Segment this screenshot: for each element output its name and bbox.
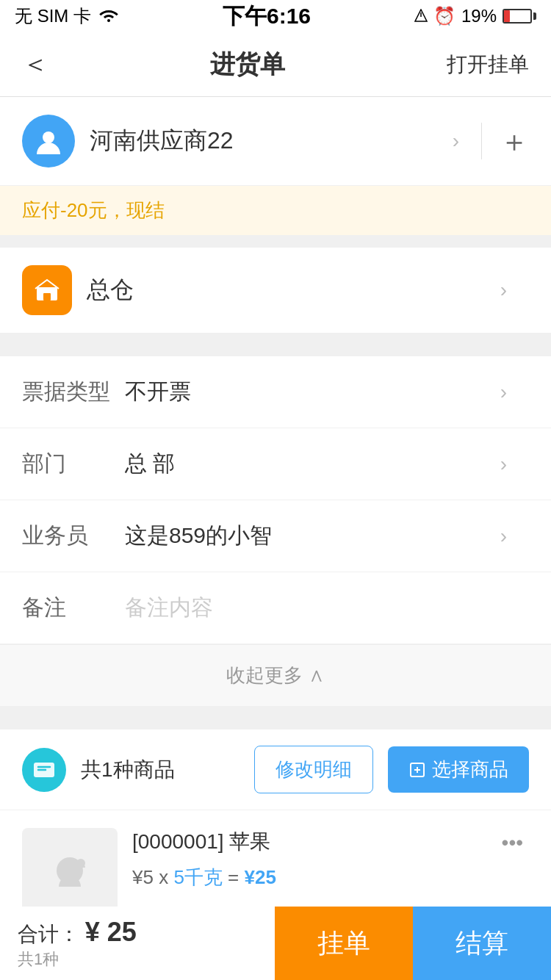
supplier-info-banner: 应付-20元，现结 [0,186,551,236]
product-unit-price: ¥5 [132,866,154,888]
total-label: 合计： [18,923,79,945]
salesperson-label: 业务员 [22,521,125,551]
suspend-button[interactable]: 挂单 [275,907,413,980]
invoice-chevron-icon: › [500,381,507,404]
total-row: 合计： ¥ 25 [18,917,257,948]
warehouse-chevron-icon: › [500,278,507,302]
collapse-bar[interactable]: 收起更多 ∧ [0,644,551,706]
total-amount: ¥ 25 [85,917,137,947]
collapse-label: 收起更多 ∧ [226,664,324,686]
salesperson-row[interactable]: 业务员 这是859的小智 › [0,500,551,572]
department-chevron-icon: › [500,453,507,476]
supplier-avatar [22,115,75,167]
product-more-button[interactable]: ••• [496,828,529,857]
product-info: [0000001] 苹果 ¥5 x 5千克 = ¥25 [132,828,481,890]
page-title: 进货单 [210,48,285,82]
open-pending-button[interactable]: 打开挂单 [447,51,529,79]
product-multiply: x [159,866,173,888]
products-header: 共1种商品 修改明细 选择商品 [0,729,551,810]
select-product-button[interactable]: 选择商品 [388,746,529,793]
back-button[interactable]: ＜ [22,46,48,82]
status-time: 下午6:16 [223,1,311,32]
product-quantity: 5千克 [173,866,222,888]
warehouse-section: 总仓 › [0,248,551,333]
invoice-type-value: 不开票 [125,377,500,407]
wifi-icon [98,6,119,26]
bottom-bar: 合计： ¥ 25 共1种 挂单 结算 [0,907,551,980]
total-section: 合计： ¥ 25 共1种 [0,917,275,970]
products-icon [22,748,66,792]
product-title: 苹果 [229,830,270,853]
add-supplier-button[interactable]: ＋ [500,121,529,162]
warehouse-icon [22,265,72,315]
supplier-section: 河南供应商22 › ＋ 应付-20元，现结 [0,97,551,236]
form-section: 票据类型 不开票 › 部门 总 部 › 业务员 这是859的小智 › 备注 备注… [0,356,551,706]
nav-bar: ＜ 进货单 打开挂单 [0,32,551,97]
products-count: 共1种商品 [81,756,240,784]
supplier-name: 河南供应商22 [90,125,453,157]
product-code: [0000001] [132,830,224,853]
department-label: 部门 [22,449,125,479]
edit-detail-button[interactable]: 修改明细 [254,746,373,793]
remark-row[interactable]: 备注 备注内容 [0,572,551,644]
battery-icon [503,9,536,24]
warehouse-name: 总仓 [87,274,500,306]
supplier-row[interactable]: 河南供应商22 › ＋ [0,97,551,186]
product-equals: = [228,866,244,888]
total-count: 共1种 [18,948,257,970]
divider [481,123,482,159]
salesperson-chevron-icon: › [500,525,507,548]
status-bar: 无 SIM 卡 下午6:16 ⏰ 19% [0,0,551,32]
product-price: ¥5 x 5千克 = ¥25 [132,865,481,890]
department-row[interactable]: 部门 总 部 › [0,428,551,500]
salesperson-value: 这是859的小智 [125,521,500,551]
remark-label: 备注 [22,593,125,623]
product-name: [0000001] 苹果 [132,828,481,856]
invoice-type-label: 票据类型 [22,377,125,407]
svg-point-2 [43,131,54,143]
department-value: 总 部 [125,449,500,479]
status-left: 无 SIM 卡 [15,4,119,28]
select-product-label: 选择商品 [432,757,508,782]
battery-label: 19% [461,6,497,26]
checkout-button[interactable]: 结算 [413,907,551,980]
supplier-chevron-icon: › [453,129,459,153]
invoice-type-row[interactable]: 票据类型 不开票 › [0,356,551,428]
warehouse-row[interactable]: 总仓 › [0,248,551,333]
svg-point-0 [107,19,110,22]
status-right: ⏰ 19% [414,6,536,26]
location-icon [414,6,428,26]
remark-placeholder: 备注内容 [125,593,529,623]
product-total: ¥25 [245,866,276,888]
svg-rect-4 [43,293,51,300]
alarm-icon: ⏰ [433,6,455,26]
carrier-label: 无 SIM 卡 [15,4,91,28]
